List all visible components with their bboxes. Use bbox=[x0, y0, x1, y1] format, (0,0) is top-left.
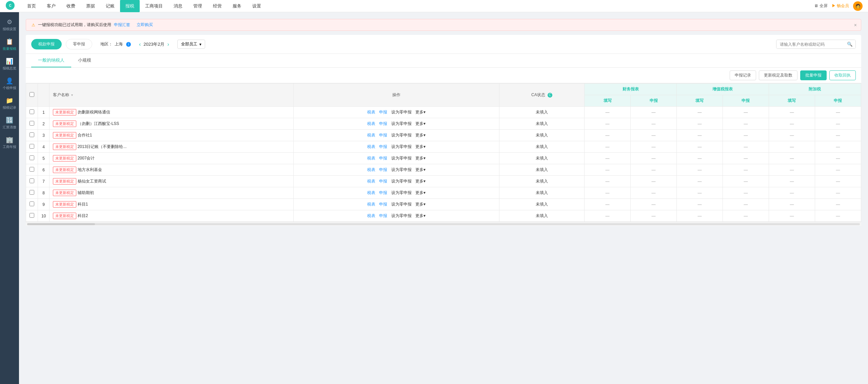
op-declare-2[interactable]: 申报 bbox=[379, 133, 387, 137]
op-zero-declare-6[interactable]: 设为零申报 bbox=[391, 179, 412, 184]
op-declare-1[interactable]: 申报 bbox=[379, 121, 387, 126]
sidebar-item-tax-settings[interactable]: ⚙ 报税设置 bbox=[0, 15, 19, 35]
search-button[interactable]: 🔍 bbox=[844, 40, 855, 48]
sidebar-item-calc-clear[interactable]: 🔢 汇算清缴 bbox=[0, 113, 19, 133]
member-btn[interactable]: ▶ 畅会员 bbox=[832, 3, 849, 9]
nav-client[interactable]: 客户 bbox=[41, 0, 61, 12]
nav-message[interactable]: 消息 bbox=[168, 0, 188, 12]
op-more-2[interactable]: 更多▾ bbox=[415, 133, 426, 137]
op-declare-3[interactable]: 申报 bbox=[379, 144, 387, 149]
row-checkbox-input-4[interactable] bbox=[29, 155, 34, 160]
op-tax-form-1[interactable]: 税表 bbox=[367, 121, 375, 126]
row-add-declare-8: — bbox=[815, 199, 861, 210]
search-input[interactable] bbox=[776, 40, 844, 48]
sidebar-item-batch-tax[interactable]: 📋 批量报税 bbox=[0, 35, 19, 54]
row-checkbox-input-8[interactable] bbox=[29, 201, 34, 206]
ca-info-icon[interactable]: C bbox=[548, 93, 552, 98]
row-checkbox-input-7[interactable] bbox=[29, 190, 34, 195]
op-declare-8[interactable]: 申报 bbox=[379, 202, 387, 207]
row-checkbox-input-3[interactable] bbox=[29, 144, 34, 149]
nav-manage[interactable]: 管理 bbox=[188, 0, 208, 12]
date-prev-btn[interactable]: ‹ bbox=[139, 41, 141, 47]
op-declare-9[interactable]: 申报 bbox=[379, 213, 387, 218]
op-zero-declare-9[interactable]: 设为零申报 bbox=[391, 213, 412, 218]
row-checkbox-input-1[interactable] bbox=[29, 121, 34, 126]
collect-return-btn[interactable]: 收取回执 bbox=[829, 70, 856, 80]
row-add-declare-1: — bbox=[815, 118, 861, 130]
op-tax-form-8[interactable]: 税表 bbox=[367, 202, 375, 207]
nav-billing[interactable]: 收费 bbox=[61, 0, 81, 12]
date-next-btn[interactable]: › bbox=[167, 41, 169, 47]
notice-close-btn[interactable]: × bbox=[854, 22, 857, 28]
select-all-checkbox[interactable] bbox=[29, 92, 34, 97]
nav-operation[interactable]: 经营 bbox=[208, 0, 227, 12]
op-declare-7[interactable]: 申报 bbox=[379, 190, 387, 195]
row-checkbox-input-9[interactable] bbox=[29, 213, 34, 218]
op-more-9[interactable]: 更多▾ bbox=[415, 213, 426, 218]
op-more-1[interactable]: 更多▾ bbox=[415, 121, 426, 126]
user-avatar[interactable]: 🧑 bbox=[853, 1, 863, 11]
op-more-8[interactable]: 更多▾ bbox=[415, 202, 426, 207]
op-tax-form-9[interactable]: 税表 bbox=[367, 213, 375, 218]
table-row: 1 未更新税定 勿删新税网络通信 税表 申报 设为零申报 更多▾ 未填入 — —… bbox=[26, 107, 861, 118]
staff-dropdown[interactable]: 全部员工 ▾ bbox=[177, 40, 205, 49]
declare-link[interactable]: 申报汇签 bbox=[114, 22, 130, 28]
nav-service[interactable]: 服务 bbox=[227, 0, 247, 12]
op-zero-declare-4[interactable]: 设为零申报 bbox=[391, 156, 412, 161]
row-checkbox-input-2[interactable] bbox=[29, 132, 34, 137]
op-tax-form-3[interactable]: 税表 bbox=[367, 144, 375, 149]
nav-home[interactable]: 首页 bbox=[22, 0, 41, 12]
op-declare-5[interactable]: 申报 bbox=[379, 167, 387, 172]
scroll-thumb[interactable] bbox=[27, 223, 95, 225]
fullscreen-btn[interactable]: 🖥 全屏 bbox=[814, 3, 827, 9]
row-checkbox-input-5[interactable] bbox=[29, 167, 34, 172]
region-select: 地区： 上海 i bbox=[100, 41, 131, 47]
tax-declare-tab[interactable]: 税款申报 bbox=[31, 39, 62, 49]
declare-record-btn[interactable]: 申报记录 bbox=[730, 70, 756, 80]
op-tax-form-7[interactable]: 税表 bbox=[367, 190, 375, 195]
op-tax-form-2[interactable]: 税表 bbox=[367, 133, 375, 137]
op-tax-form-0[interactable]: 税表 bbox=[367, 110, 375, 114]
op-zero-declare-7[interactable]: 设为零申报 bbox=[391, 190, 412, 195]
nav-settings[interactable]: 设置 bbox=[247, 0, 267, 12]
sidebar-item-personal-tax[interactable]: 👤 个税申报 bbox=[0, 74, 19, 93]
op-more-5[interactable]: 更多▾ bbox=[415, 167, 426, 172]
th-add-declare: 申报 bbox=[815, 95, 861, 107]
op-tax-form-5[interactable]: 税表 bbox=[367, 167, 375, 172]
tab-general-taxpayer[interactable]: 一般的纳税人 bbox=[31, 54, 71, 67]
nav-tax[interactable]: 报税 bbox=[120, 0, 140, 12]
op-more-3[interactable]: 更多▾ bbox=[415, 144, 426, 149]
op-tax-form-4[interactable]: 税表 bbox=[367, 156, 375, 161]
nav-account[interactable]: 记账 bbox=[100, 0, 120, 12]
op-zero-declare-1[interactable]: 设为零申报 bbox=[391, 121, 412, 126]
sidebar-item-tax-records[interactable]: 📁 报税记录 bbox=[0, 93, 19, 113]
op-more-6[interactable]: 更多▾ bbox=[415, 179, 426, 184]
row-checkbox-input-0[interactable] bbox=[29, 109, 34, 114]
op-tax-form-6[interactable]: 税表 bbox=[367, 179, 375, 184]
sidebar-item-business-report[interactable]: 🏢 工商年报 bbox=[0, 133, 19, 152]
update-define-btn[interactable]: 更新税定及取数 bbox=[759, 70, 797, 80]
op-zero-declare-5[interactable]: 设为零申报 bbox=[391, 167, 412, 172]
op-zero-declare-2[interactable]: 设为零申报 bbox=[391, 133, 412, 137]
row-checkbox-input-6[interactable] bbox=[29, 178, 34, 183]
batch-declare-btn[interactable]: 批量申报 bbox=[800, 70, 827, 80]
zero-declare-tab[interactable]: 零申报 bbox=[66, 39, 92, 49]
bottom-scrollbar[interactable] bbox=[26, 222, 861, 226]
op-more-0[interactable]: 更多▾ bbox=[415, 110, 426, 114]
nav-business[interactable]: 工商项目 bbox=[140, 0, 168, 12]
region-info-icon[interactable]: i bbox=[126, 42, 131, 47]
op-declare-4[interactable]: 申报 bbox=[379, 156, 387, 161]
op-more-7[interactable]: 更多▾ bbox=[415, 190, 426, 195]
sidebar-label-tax-settings: 报税设置 bbox=[3, 27, 16, 31]
op-zero-declare-8[interactable]: 设为零申报 bbox=[391, 202, 412, 207]
op-zero-declare-3[interactable]: 设为零申报 bbox=[391, 144, 412, 149]
tab-small-taxpayer[interactable]: 小规模 bbox=[71, 54, 98, 67]
sidebar-item-tax-overview[interactable]: 📊 报税总览 bbox=[0, 54, 19, 74]
row-tax-fill-8: — bbox=[677, 199, 723, 210]
buy-link[interactable]: 立即购买 bbox=[137, 22, 153, 28]
op-declare-6[interactable]: 申报 bbox=[379, 179, 387, 184]
op-declare-0[interactable]: 申报 bbox=[379, 110, 387, 114]
op-more-4[interactable]: 更多▾ bbox=[415, 156, 426, 161]
nav-invoice[interactable]: 票据 bbox=[81, 0, 100, 12]
op-zero-declare-0[interactable]: 设为零申报 bbox=[391, 110, 412, 114]
